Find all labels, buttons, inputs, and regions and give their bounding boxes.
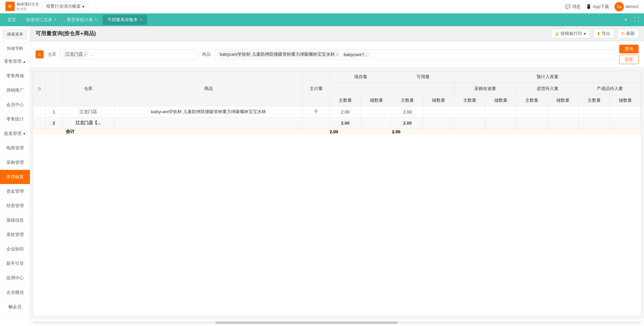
sidebar-label-collab: 企业协同 — [6, 246, 24, 252]
tab-order-stats[interactable]: 要货单统计表 × — [62, 15, 102, 25]
close-window-btn[interactable]: × — [622, 16, 629, 24]
sidebar-item-operations[interactable]: 经营管理 — [0, 199, 30, 213]
page-actions: 🖨 按模板打印 ▾ ⬆ 导出 ↻ 刷新 — [551, 29, 639, 38]
search-menu-btn[interactable]: 搜索菜单 — [3, 30, 27, 39]
sidebar-item-member[interactable]: 会员中心 — [0, 98, 30, 112]
filter-expand-btn[interactable]: » — [36, 50, 44, 58]
td-in-main-1 — [516, 106, 547, 118]
sidebar-label-wholesale: 批发管理 — [4, 131, 21, 137]
query-btn[interactable]: 查询 — [619, 45, 639, 53]
nav-tabs: 首页 收发存汇总表 × 要货单统计表 × 可用量库存账本 × × ⛶ — [0, 13, 644, 26]
th-prod-aux: 辅数量 — [610, 95, 641, 106]
sidebar-label-finance: 资金管理 — [6, 188, 24, 194]
close-receivable-tab[interactable]: × — [54, 17, 57, 22]
sidebar-item-retail-stats[interactable]: 零售统计 — [0, 112, 30, 127]
td-prod-aux-1 — [610, 106, 641, 118]
chevron-down-icon: ▾ — [82, 4, 85, 9]
th-in-aux: 辅数量 — [547, 95, 579, 106]
th-settings[interactable]: ⚙ — [34, 71, 46, 106]
user-area[interactable]: Ea demo2 — [614, 2, 639, 11]
message-btn[interactable]: 💬 消息 — [565, 4, 581, 10]
sidebar-label-wechat: 企业微信 — [6, 289, 24, 295]
warehouse-remove-btn[interactable]: × — [84, 52, 87, 57]
sidebar-item-purchase[interactable]: 采购管理 — [0, 155, 30, 170]
th-product: 商品 — [114, 71, 303, 106]
td-summary-curr-main: 2.00 — [330, 129, 361, 135]
tab-available-inventory[interactable]: 可用量库存账本 × — [103, 15, 147, 25]
tab-receivable-summary[interactable]: 收发存汇总表 × — [21, 15, 61, 25]
app-download-label: App下载 — [593, 4, 609, 10]
td-curr-aux-1 — [361, 106, 392, 118]
tab-receivable-label: 收发存汇总表 — [26, 17, 52, 23]
refresh-btn[interactable]: ↻ 刷新 — [618, 29, 639, 38]
tab-home[interactable]: 首页 — [3, 15, 21, 25]
td-curr-main-1: 2.00 — [330, 106, 361, 118]
settings-btn[interactable]: 设置 — [619, 55, 639, 64]
product-input[interactable]: babycare学饮杯 儿童防摔防撞吸管杯重力球吸嘴杯宝宝水杯 × babyca… — [215, 49, 615, 59]
td-prod-main-2 — [579, 118, 610, 129]
fullscreen-btn[interactable]: ⛶ — [632, 16, 641, 24]
sidebar-item-enterprise-wechat[interactable]: 企业微信 — [0, 285, 30, 300]
sidebar-item-wholesale[interactable]: 批发管理 ▼ — [0, 127, 30, 141]
scrollbar-thumb[interactable] — [215, 321, 398, 324]
td-curr-aux-2 — [361, 118, 392, 129]
th-expected-in: 预计入库量 — [454, 71, 641, 83]
td-unit-2 — [303, 118, 330, 129]
export-icon: ⬆ — [597, 31, 600, 36]
industry-selector[interactable]: 母婴行业演示账套 ▾ — [42, 2, 88, 11]
sidebar-item-zero-retail-mgmt[interactable]: 零售管理 ▲ — [0, 54, 30, 69]
sidebar-item-new-guide[interactable]: 新手引导 — [0, 257, 30, 271]
chevron-print-icon: ▾ — [584, 31, 586, 36]
settings-icon[interactable]: ⚙ — [38, 86, 42, 91]
td-prod-aux-2 — [610, 118, 641, 129]
sidebar-item-ecommerce[interactable]: 电商管理 — [0, 141, 30, 155]
sidebar-item-basic-info[interactable]: 基础信息 — [0, 213, 30, 228]
warehouse-label: 仓库 — [48, 51, 56, 57]
product-tag2: babycare?... — [342, 51, 370, 58]
td-avail-main-1: 2.00 — [392, 106, 423, 118]
td-index-2: 2 — [46, 118, 62, 129]
close-available-tab[interactable]: × — [140, 17, 142, 22]
tab-available-label: 可用量库存账本 — [107, 17, 138, 23]
filter-bar: » 仓库 江北门店 × ... 商品 babycare学饮杯 儿童防摔防撞吸管杯… — [30, 41, 644, 68]
td-summary-in-aux — [547, 129, 579, 135]
sidebar-item-zero-retail-store[interactable]: 零售商城 — [0, 69, 30, 83]
sidebar-item-app-center[interactable]: 应用中心 — [0, 271, 30, 285]
quick-nav-btn[interactable]: 快捷导航 — [0, 43, 30, 54]
th-current-sub — [330, 83, 392, 95]
logo-area: 好 畅捷通好生意 标准版 — [5, 2, 39, 11]
sidebar-label-purchase: 采购管理 — [6, 159, 24, 166]
sidebar-item-system[interactable]: 系统管理 — [0, 228, 30, 242]
td-summary-curr-aux — [361, 129, 392, 135]
sidebar-label-store: 零售商城 — [6, 73, 24, 79]
product-tag1-text: babycare学饮杯 儿童防摔防撞吸管杯重力球吸嘴杯宝宝水杯 — [220, 51, 335, 57]
sidebar-item-vip[interactable]: 畅会员 — [0, 300, 30, 314]
close-order-tab[interactable]: × — [95, 17, 97, 22]
td-summary-in-main — [516, 129, 547, 135]
td-pt-aux-2 — [485, 118, 517, 129]
td-avail-aux-1 — [423, 106, 454, 118]
main-layout: 搜索菜单 快捷导航 零售管理 ▲ 零售商城 营销推广 会员中心 零售统计 批发管… — [0, 26, 644, 326]
sidebar-search-area: 搜索菜单 — [0, 26, 30, 43]
th-prod-main: 主数量 — [579, 95, 610, 106]
print-btn[interactable]: 🖨 按模板打印 ▾ — [551, 29, 590, 38]
sidebar-item-marketing[interactable]: 营销推广 — [0, 83, 30, 98]
printer-icon: 🖨 — [555, 31, 559, 36]
tab-order-label: 要货单统计表 — [67, 17, 93, 23]
sidebar-item-inventory[interactable]: 库存核算 — [0, 170, 30, 184]
warehouse-input[interactable]: 江北门店 × ... — [60, 49, 198, 59]
message-label: 消息 — [572, 4, 581, 10]
td-summary-avail-main: 2.00 — [392, 129, 423, 135]
data-table: ⚙ 仓库 商品 主计量 现存量 可用量 预计入库量 采购在途量 — [33, 71, 641, 135]
td-summary-label: 合计 — [62, 129, 330, 135]
page-title: 可用量查询(按仓库+商品) — [36, 30, 96, 37]
td-unit-1: 个 — [303, 106, 330, 118]
sidebar-item-finance[interactable]: 资金管理 — [0, 184, 30, 199]
sidebar-item-enterprise-collab[interactable]: 企业协同 — [0, 242, 30, 257]
export-btn[interactable]: ⬆ 导出 — [593, 29, 614, 38]
scrollbar-area — [30, 319, 644, 326]
scrollbar-track[interactable] — [33, 321, 641, 324]
td-pt-aux-1 — [485, 106, 517, 118]
app-download-btn[interactable]: 📱 App下载 — [586, 4, 609, 10]
product1-remove-btn[interactable]: × — [336, 52, 338, 57]
